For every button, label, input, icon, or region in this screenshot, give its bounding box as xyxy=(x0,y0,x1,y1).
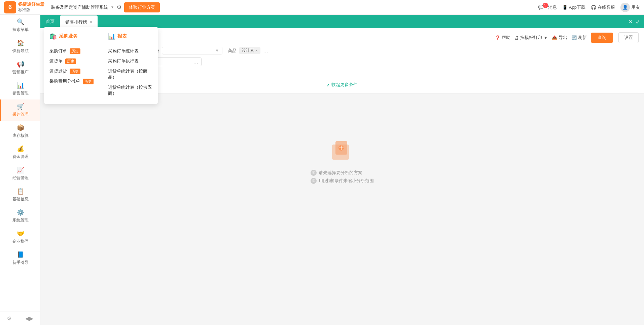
print-label: 按模板打印 xyxy=(520,35,542,41)
sidebar-label-finance: 资金管理 xyxy=(12,154,29,160)
corp-icon: 🤝 xyxy=(17,230,24,237)
logo-line2: 标准版 xyxy=(18,7,44,13)
sidebar-label-search: 搜索菜单 xyxy=(12,27,29,33)
online-service-item[interactable]: 🎧 在线客服 xyxy=(591,4,615,10)
empty-hints: ① 请先选择要分析的方案 ② 用[过滤]条件来缩小分析范围 xyxy=(311,170,373,184)
menu-item-goods-return[interactable]: 进货退货 历史 xyxy=(49,66,94,76)
headset-icon: 🎧 xyxy=(591,5,596,10)
avatar: 👤 xyxy=(620,3,630,12)
doc-status-arrow: ▼ xyxy=(215,48,219,53)
menu-item-purchase-order[interactable]: 采购订单 历史 xyxy=(49,46,94,56)
sidebar-label-nav: 快捷导航 xyxy=(12,48,29,54)
sidebar-label-marketing: 营销推广 xyxy=(12,69,29,75)
finance-icon: 💰 xyxy=(17,145,24,153)
sidebar-label-system: 系统管理 xyxy=(12,217,29,223)
notification-item[interactable]: 💬 9 消息 xyxy=(538,4,557,10)
purchase-dropdown-menu: 🛍️ 采购业务 采购订单 历史 进货单 历史 进货退货 历史 xyxy=(44,27,158,104)
top-bar: 6 畅捷通好生意 标准版 装备及固定资产辅助管理系统 ▼ ⚙ 体验行业方案 💬 … xyxy=(0,0,644,15)
search-icon: 🔍 xyxy=(17,18,24,26)
tab-maximize-btn[interactable]: ⤢ xyxy=(636,18,640,25)
salesperson-dots[interactable]: … xyxy=(193,59,199,65)
goods-dots[interactable]: … xyxy=(263,48,269,54)
menu-item-goods-return-label: 进货退货 xyxy=(49,68,67,74)
sidebar-settings-btn[interactable]: ⚙ xyxy=(7,315,11,322)
sidebar-item-sales[interactable]: 📊 销售管理 xyxy=(0,78,40,99)
purchase-business-column: 🛍️ 采购业务 采购订单 历史 进货单 历史 进货退货 历史 xyxy=(49,33,94,98)
report-title: 📊 报表 xyxy=(108,33,153,42)
sidebar-label-operations: 经营管理 xyxy=(12,175,29,181)
sidebar-label-inventory: 库存核算 xyxy=(12,133,29,138)
sidebar-item-purchase[interactable]: 🛒 采购管理 xyxy=(0,99,40,121)
top-bar-right: 💬 9 消息 📱 App下载 🎧 在线客服 👤 用友 xyxy=(538,3,640,12)
app-download-item[interactable]: 📱 App下载 xyxy=(562,4,585,10)
print-btn[interactable]: 🖨 按模板打印 ▼ xyxy=(514,35,548,41)
goods-tag-close[interactable]: × xyxy=(255,48,258,53)
sidebar-item-nav[interactable]: 🏠 快捷导航 xyxy=(0,36,40,57)
notification-label: 消息 xyxy=(548,4,557,10)
marketing-icon: 📢 xyxy=(17,60,24,68)
sidebar-item-system[interactable]: ⚙️ 系统管理 xyxy=(0,205,40,227)
tab-close-window-btn[interactable]: ✕ xyxy=(629,18,633,25)
menu-item-order-stats-label: 采购订单统计表 xyxy=(108,48,139,54)
sidebar-item-search[interactable]: 🔍 搜索菜单 xyxy=(0,15,40,36)
purchase-icon: 🛒 xyxy=(17,103,24,110)
inventory-icon: 📦 xyxy=(17,124,24,131)
sidebar-item-finance[interactable]: 💰 资金管理 xyxy=(0,142,40,163)
sidebar-item-marketing[interactable]: 📢 营销推广 xyxy=(0,57,40,78)
app-container: 6 畅捷通好生意 标准版 装备及固定资产辅助管理系统 ▼ ⚙ 体验行业方案 💬 … xyxy=(0,0,644,325)
sidebar-item-inventory[interactable]: 📦 库存核算 xyxy=(0,121,40,142)
goods-tag-text: 设计素 xyxy=(242,48,254,53)
query-button[interactable]: 查询 xyxy=(591,33,613,43)
guide-icon: 📘 xyxy=(17,251,24,258)
goods-field: 商品 设计素 × … xyxy=(228,47,269,54)
main-area: 🔍 搜索菜单 🏠 快捷导航 📢 营销推广 📊 销售管理 🛒 采购管理 📦 xyxy=(0,15,644,325)
menu-item-purchase-expense-label: 采购费用分摊单 xyxy=(49,78,80,84)
menu-item-goods-receipt[interactable]: 进货单 历史 xyxy=(49,56,94,66)
menu-item-purchase-order-label: 采购订单 xyxy=(49,48,67,54)
empty-hint-1: ① 请先选择要分析的方案 xyxy=(311,170,373,176)
sidebar-item-guide[interactable]: 📘 新手引导 xyxy=(0,248,40,269)
sidebar-label-purchase: 采购管理 xyxy=(12,112,29,117)
sidebar-item-corp[interactable]: 🤝 企业协同 xyxy=(0,227,40,248)
purchase-business-label: 采购业务 xyxy=(59,33,78,39)
menu-item-order-exec[interactable]: 采购订单执行表 xyxy=(108,56,153,66)
help-icon: ❓ xyxy=(495,35,500,40)
system-dropdown-arrow[interactable]: ▼ xyxy=(111,5,114,9)
print-icon: 🖨 xyxy=(514,35,519,40)
refresh-icon: 🔄 xyxy=(571,35,577,40)
goods-label: 商品 xyxy=(228,48,237,54)
refresh-btn[interactable]: 🔄 刷新 xyxy=(571,35,587,41)
menu-item-order-stats[interactable]: 采购订单统计表 xyxy=(108,46,153,56)
user-item[interactable]: 👤 用友 xyxy=(620,3,640,12)
doc-status-select[interactable]: ▼ xyxy=(162,47,222,54)
report-column: 📊 报表 采购订单统计表 采购订单执行表 进货单统计表（按商品） 进货单统计表（… xyxy=(108,33,153,98)
purchase-business-icon: 🛍️ xyxy=(49,33,57,40)
help-btn[interactable]: ❓ 帮助 xyxy=(495,35,510,41)
online-service-label: 在线客服 xyxy=(598,4,615,10)
collapse-label: 收起更多条件 xyxy=(331,82,358,88)
sidebar-bottom: ⚙ ◀▶ xyxy=(0,312,40,325)
empty-state: ① 请先选择要分析的方案 ② 用[过滤]条件来缩小分析范围 xyxy=(40,93,644,228)
set-button[interactable]: 设置 xyxy=(618,32,639,43)
hint-1-text: 请先选择要分析的方案 xyxy=(319,170,362,176)
settings-icon[interactable]: ⚙ xyxy=(117,4,121,10)
hint-2-text: 用[过滤]条件来缩小分析范围 xyxy=(319,178,373,184)
menu-item-purchase-order-badge: 历史 xyxy=(70,48,80,54)
menu-item-purchase-expense[interactable]: 采购费用分摊单 历史 xyxy=(49,76,94,86)
sidebar-collapse-btn[interactable]: ◀▶ xyxy=(25,315,33,322)
tab-home[interactable]: 首页 xyxy=(40,15,60,28)
phone-icon: 📱 xyxy=(562,5,568,10)
menu-item-receipt-by-goods[interactable]: 进货单统计表（按商品） xyxy=(108,66,153,82)
export-btn[interactable]: 📤 导出 xyxy=(552,35,567,41)
sidebar-label-guide: 新手引导 xyxy=(12,260,29,266)
sidebar-item-operations[interactable]: 📈 经营管理 xyxy=(0,163,40,184)
trial-button[interactable]: 体验行业方案 xyxy=(124,2,160,12)
sidebar-label-corp: 企业协同 xyxy=(12,239,29,244)
menu-item-receipt-by-supplier-label: 进货单统计表（按供应商） xyxy=(108,84,153,96)
sidebar-item-basic-info[interactable]: 📋 基础信息 xyxy=(0,184,40,205)
menu-item-receipt-by-supplier[interactable]: 进货单统计表（按供应商） xyxy=(108,82,153,98)
menu-item-goods-receipt-badge: 历史 xyxy=(65,58,76,64)
report-label: 报表 xyxy=(117,33,127,39)
tab-close-icon[interactable]: × xyxy=(90,20,92,25)
hint-2-num: ② xyxy=(311,178,317,184)
